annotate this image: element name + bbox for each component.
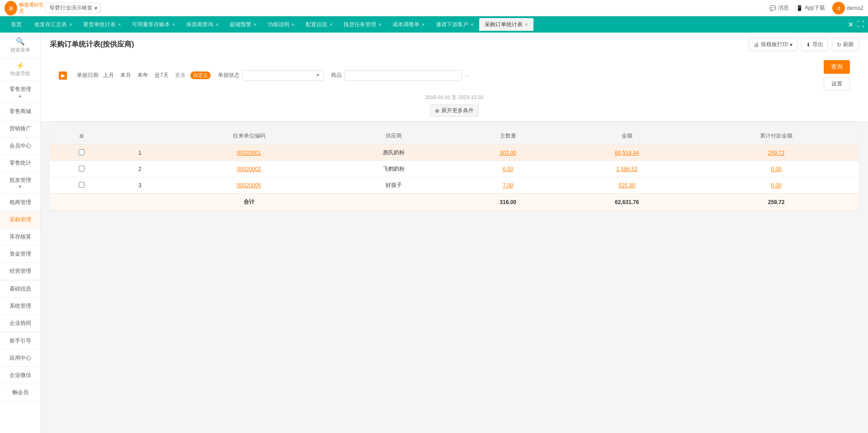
filter-expand-button[interactable]: ▶ bbox=[59, 71, 67, 80]
close-yaoqing-icon[interactable]: ✕ bbox=[470, 22, 474, 27]
app-download-button[interactable]: 📱 App下载 bbox=[796, 4, 825, 12]
tab-home[interactable]: 首页 bbox=[4, 18, 29, 31]
sidebar-quicknav[interactable]: ⚡ 快捷导航 bbox=[0, 58, 40, 81]
user-avatar[interactable]: d demo2 bbox=[832, 2, 863, 14]
footer-quantity: 316.00 bbox=[456, 194, 560, 211]
sidebar-item-enterprise[interactable]: 企业协同 bbox=[0, 315, 40, 332]
workspace-selector[interactable]: 母婴行业演示账套 ▾ bbox=[45, 3, 101, 13]
row-1-checkbox[interactable] bbox=[50, 161, 113, 177]
tab-keyongliang[interactable]: 可用量库存账本 ✕ bbox=[127, 18, 181, 31]
sidebar-item-member[interactable]: 会员中心 bbox=[0, 138, 40, 155]
close-gongneng-icon[interactable]: ✕ bbox=[291, 22, 295, 27]
sidebar-item-retail-mall[interactable]: 零售商城 bbox=[0, 103, 40, 120]
tab-caigou[interactable]: 采购订单统计表 ✕ bbox=[479, 18, 533, 31]
shortcut-this-month[interactable]: 本月 bbox=[118, 71, 133, 80]
print-button[interactable]: 🖨 按模板打印 ▾ bbox=[749, 38, 797, 51]
content-area: 采购订单统计表(按供应商) 🖨 按模板打印 ▾ ⬇ 导出 ↻ bbox=[41, 33, 868, 433]
tab-chengben-label: 成本调整单 bbox=[392, 21, 420, 29]
sidebar-retail-mgmt-label: 零售管理 bbox=[9, 86, 31, 93]
close-shoufazong-icon[interactable]: ✕ bbox=[69, 22, 72, 27]
row-0-paid-amount[interactable]: 259.72 bbox=[693, 145, 859, 161]
shortcut-more[interactable]: 更多 bbox=[173, 71, 188, 80]
sidebar-item-basic-info[interactable]: 基础信息 bbox=[0, 281, 40, 298]
tab-yaoqing[interactable]: 邀请下游客户 ✕ bbox=[430, 18, 479, 31]
tab-shoufazong-label: 收发存汇总表 bbox=[34, 21, 67, 29]
close-chengben-icon[interactable]: ✕ bbox=[421, 22, 425, 27]
close-caigou-icon[interactable]: ✕ bbox=[524, 22, 528, 27]
filter-date-label: 单据日期 bbox=[77, 71, 99, 79]
sidebar-item-enterprise-wechat[interactable]: 企业微信 bbox=[0, 367, 40, 384]
row-2-quantity[interactable]: 7.00 bbox=[456, 177, 560, 194]
nav-close-button[interactable]: ✕ bbox=[848, 20, 854, 29]
tab-chaochuyujing[interactable]: 超储预警 ✕ bbox=[224, 18, 262, 31]
sidebar-item-sys-mgmt[interactable]: 系统管理 bbox=[0, 298, 40, 315]
sidebar-marketing-label: 营销推广 bbox=[9, 125, 31, 133]
row-0-supplier-name: 惠氏奶粉 bbox=[332, 145, 456, 161]
row-0-supplier-code[interactable]: 00020001 bbox=[166, 145, 332, 161]
sidebar-search[interactable]: 🔍 搜索菜单 bbox=[0, 33, 40, 58]
sidebar-item-retail-stats[interactable]: 零售统计 bbox=[0, 155, 40, 172]
tab-yaohuo[interactable]: 要货单统计表 ✕ bbox=[78, 18, 127, 31]
sidebar-item-purchase-mgmt[interactable]: 采购管理 bbox=[0, 211, 40, 228]
close-chaochuyujing-icon[interactable]: ✕ bbox=[253, 22, 257, 27]
close-peizhi-icon[interactable]: ✕ bbox=[329, 22, 333, 27]
message-button[interactable]: 💬 消息 bbox=[769, 4, 789, 12]
row-1-amount[interactable]: 1,586.52 bbox=[560, 161, 693, 177]
row-0-quantity[interactable]: 303.00 bbox=[456, 145, 560, 161]
tab-chengben[interactable]: 成本调整单 ✕ bbox=[387, 18, 430, 31]
close-baozhiqi-icon[interactable]: ✕ bbox=[215, 22, 219, 27]
row-2-paid-amount[interactable]: 0.00 bbox=[693, 177, 859, 194]
filter-expand-more-row: ⊕ 展开更多条件 bbox=[59, 105, 850, 117]
sidebar-batch-mgmt-label: 批发管理 bbox=[9, 176, 31, 184]
tab-huopin[interactable]: 拣货任务管理 ✕ bbox=[338, 18, 387, 31]
tab-gongneng[interactable]: 功能说明 ✕ bbox=[262, 18, 300, 31]
row-1-supplier-code[interactable]: 00020002 bbox=[166, 161, 332, 177]
sidebar-item-member2[interactable]: 畅会员 bbox=[0, 384, 40, 401]
row-1-quantity[interactable]: 6.00 bbox=[456, 161, 560, 177]
sidebar-item-retail-mgmt[interactable]: 零售管理 ▲ bbox=[0, 81, 40, 103]
th-paid-amount: 累计付款金额 bbox=[693, 128, 859, 145]
refresh-button[interactable]: ↻ 刷新 bbox=[832, 38, 859, 51]
sidebar-item-marketing[interactable]: 营销推广 bbox=[0, 120, 40, 138]
shortcut-7days[interactable]: 近7天 bbox=[153, 71, 170, 80]
sidebar-newbie-label: 新手引导 bbox=[9, 337, 31, 345]
filter-goods-more-icon[interactable]: ··· bbox=[465, 72, 470, 79]
settings-button[interactable]: 设置 bbox=[824, 77, 850, 90]
logo-text: 畅捷通好生意 bbox=[19, 2, 45, 14]
query-button[interactable]: 查询 bbox=[824, 60, 850, 74]
row-0-amount[interactable]: 60,519.44 bbox=[560, 145, 693, 161]
export-button[interactable]: ⬇ 导出 bbox=[801, 38, 828, 51]
filter-goods-input[interactable] bbox=[344, 70, 462, 81]
sidebar-item-ecom-mgmt[interactable]: 电商管理 bbox=[0, 194, 40, 211]
nav-maximize-button[interactable]: ⛶ bbox=[857, 20, 864, 29]
filter-status-select[interactable] bbox=[242, 70, 324, 81]
row-2-amount[interactable]: 525.80 bbox=[560, 177, 693, 194]
sidebar-item-app-center[interactable]: 应用中心 bbox=[0, 350, 40, 367]
sidebar-item-ops-mgmt[interactable]: 经营管理 bbox=[0, 263, 40, 280]
custom-date-tag[interactable]: 自定义 bbox=[190, 71, 211, 79]
close-yaohuo-icon[interactable]: ✕ bbox=[118, 22, 121, 27]
shortcut-this-year[interactable]: 本年 bbox=[136, 71, 150, 80]
close-keyongliang-icon[interactable]: ✕ bbox=[172, 22, 175, 27]
row-1-paid-amount[interactable]: 0.00 bbox=[693, 161, 859, 177]
shortcut-last-month[interactable]: 上月 bbox=[101, 71, 116, 80]
row-0-checkbox[interactable] bbox=[50, 145, 113, 161]
expand-more-button[interactable]: ⊕ 展开更多条件 bbox=[430, 105, 479, 117]
th-supplier-name: 供应商 bbox=[332, 128, 456, 145]
sidebar-item-batch-mgmt[interactable]: 批发管理 ▼ bbox=[0, 172, 40, 194]
sidebar-item-finance[interactable]: 资金管理 bbox=[0, 246, 40, 263]
th-quantity: 主数量 bbox=[456, 128, 560, 145]
close-huopin-icon[interactable]: ✕ bbox=[378, 22, 382, 27]
tab-peizhi[interactable]: 配置信息 ✕ bbox=[300, 18, 338, 31]
tab-shoufazong[interactable]: 收发存汇总表 ✕ bbox=[29, 18, 78, 31]
sidebar-item-newbie[interactable]: 新手引导 bbox=[0, 333, 40, 350]
tab-baozhiqi[interactable]: 保质期查询 ✕ bbox=[181, 18, 224, 31]
table-area: ⚙ 往来单位编码 供应商 主数量 金额 累计付款金额 1 00020001 惠氏… bbox=[41, 122, 868, 433]
sidebar-item-inventory[interactable]: 库存核算 bbox=[0, 228, 40, 246]
workspace-label: 母婴行业演示账套 bbox=[49, 4, 93, 12]
row-2-checkbox[interactable] bbox=[50, 177, 113, 194]
tab-baozhiqi-label: 保质期查询 bbox=[186, 21, 213, 29]
row-2-supplier-code[interactable]: 00020005 bbox=[166, 177, 332, 194]
filter-status-label: 单据状态 bbox=[218, 71, 240, 79]
th-settings[interactable]: ⚙ bbox=[50, 128, 113, 145]
